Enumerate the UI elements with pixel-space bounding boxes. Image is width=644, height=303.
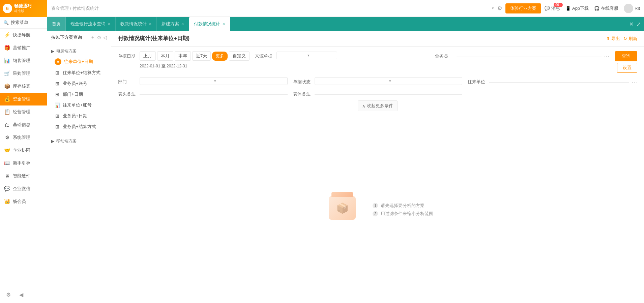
tab-close-new-plan[interactable]: ✕	[181, 22, 184, 26]
sidebar-item-operations[interactable]: 📋 经营管理	[0, 105, 47, 118]
sidebar-label-basic: 基础信息	[13, 122, 30, 128]
source-select[interactable]: ▾	[276, 52, 337, 59]
custom-date-btn[interactable]: 自定义	[229, 51, 250, 61]
tab-income-stats[interactable]: 收款情况统计✕	[116, 17, 157, 31]
tab-cash-flow[interactable]: 现金银行流水查询✕	[66, 17, 116, 31]
tab-payment-stats[interactable]: 付款情况统计✕	[189, 17, 230, 31]
sidebar-item-quick-nav[interactable]: ⚡ 快捷导航	[0, 29, 47, 41]
sidebar-nav: ⚡ 快捷导航 🎁 营销推广 📊 销售管理 🛒 采购管理 📦 库存核算 💰 资金管…	[0, 29, 47, 286]
refresh-btn[interactable]: ↻ 刷新	[623, 36, 637, 42]
tab-close-cash-flow[interactable]: ✕	[108, 22, 111, 26]
message-btn[interactable]: 💬 消息 99+	[545, 5, 560, 11]
sidebar-item-basic[interactable]: 🗂 基础信息	[0, 118, 47, 131]
sidebar-label-wechat: 企业微信	[13, 186, 30, 192]
collapse-panel-icon[interactable]: ◁	[103, 35, 107, 40]
sidebar-item-member[interactable]: 👑 畅会员	[0, 195, 47, 208]
tab-home[interactable]: 首页	[47, 17, 66, 31]
tab-label-home: 首页	[52, 21, 61, 27]
tab-new-plan[interactable]: 新建方案✕	[157, 17, 189, 31]
plan-item-unit-account[interactable]: 📊 往来单位+账号	[47, 100, 111, 111]
plan-item-dept-date[interactable]: ⊞ 部门+日期	[47, 89, 111, 100]
purchase-icon: 🛒	[4, 70, 10, 77]
last-month-btn[interactable]: 上月	[140, 51, 156, 61]
sidebar-item-inventory[interactable]: 📦 库存核算	[0, 80, 47, 93]
online-service-btn[interactable]: 🎧 在线客服	[594, 5, 618, 11]
member-icon: 👑	[4, 199, 10, 205]
sidebar-label-sales: 销售管理	[13, 58, 30, 64]
last-7days-btn[interactable]: 近7天	[192, 51, 211, 61]
search-menu[interactable]: 🔍 搜索菜单	[0, 17, 47, 29]
this-year-btn[interactable]: 本年	[175, 51, 191, 61]
sidebar-item-marketing[interactable]: 🎁 营销推广	[0, 41, 47, 54]
trial-btn[interactable]: 体验行业方案	[505, 3, 541, 13]
query-btn[interactable]: 查询	[615, 51, 637, 61]
sidebar-item-wechat[interactable]: 💬 企业微信	[0, 182, 47, 195]
sidebar-item-system[interactable]: ⚙ 系统管理	[0, 131, 47, 144]
right-content: 付款情况统计(往来单位+日期) ⬆ 导出 ↻ 刷新 单	[111, 31, 644, 303]
this-month-btn[interactable]: 本月	[157, 51, 173, 61]
sidebar-label-inventory: 库存核算	[13, 83, 30, 89]
main-area: 资金管理 / 付款情况统计 ▾ ⚙ 体验行业方案 💬 消息 99+ 📱 App下…	[47, 0, 644, 303]
sidebar-item-purchase[interactable]: 🛒 采购管理	[0, 67, 47, 80]
sidebar-item-capital[interactable]: 💰 资金管理	[0, 93, 47, 105]
empty-box: 📦	[329, 196, 356, 220]
sidebar-item-guide[interactable]: 📖 新手引导	[0, 157, 47, 170]
left-panel-header: 按以下方案查询 ＋ ⊙ ◁	[47, 31, 111, 44]
collapse-conditions-btn[interactable]: ∧ 收起更多条件	[358, 100, 398, 111]
note-header-input[interactable]	[140, 92, 288, 95]
gear-icon[interactable]: ⚙	[497, 5, 502, 11]
source-chevron-icon: ▾	[308, 53, 334, 58]
unit-dots-btn[interactable]: ...	[632, 78, 637, 84]
source-label: 来源单据	[255, 51, 274, 59]
collapse-sidebar-btn[interactable]: ◀	[16, 290, 26, 300]
settings-display-btn[interactable]: 设置	[617, 63, 637, 73]
marketing-icon: 🎁	[4, 45, 10, 51]
add-plan-icon[interactable]: ＋	[90, 34, 95, 40]
date-buttons: 上月 本月 本年 近7天 更多 自定义	[140, 51, 250, 61]
empty-text: 1 请先选择要分析的方案 2 用过滤条件来缩小分析范围	[373, 203, 433, 217]
quick-nav-icon: ⚡	[4, 32, 10, 38]
tabs-bar: 首页现金银行流水查询✕收款情况统计✕新建方案✕付款情况统计✕ ✕ ⤢	[47, 17, 644, 31]
plan-item-unit-date[interactable]: ● 往来单位+日期	[47, 56, 111, 67]
plan-item-unit-settle[interactable]: ⊞ 往来单位+结算方式	[47, 67, 111, 78]
close-all-tabs-btn[interactable]: ✕	[629, 21, 634, 27]
avatar	[624, 4, 633, 13]
sidebar-item-enterprise[interactable]: 🤝 企业协同	[0, 144, 47, 157]
plan-item-staff-date[interactable]: ⊞ 业务员+日期	[47, 111, 111, 121]
staff-label: 业务员	[435, 51, 454, 59]
sidebar-label-enterprise: 企业协同	[13, 147, 30, 153]
empty-illustration: 📦	[322, 193, 362, 226]
topbar: 资金管理 / 付款情况统计 ▾ ⚙ 体验行业方案 💬 消息 99+ 📱 App下…	[47, 0, 644, 17]
collapse-icon: ∧	[362, 103, 365, 109]
expand-tabs-btn[interactable]: ⤢	[636, 21, 641, 27]
empty-state: 📦 1 请先选择要分析的方案 2 用过滤条件来缩小分析范围	[111, 116, 644, 303]
dept-select[interactable]: ▾	[140, 77, 288, 85]
app-download-btn[interactable]: 📱 App下载	[565, 5, 589, 11]
hardware-icon: 🖥	[4, 173, 10, 179]
more-date-btn[interactable]: 更多	[212, 52, 228, 61]
tab-close-income-stats[interactable]: ✕	[149, 22, 152, 26]
user-avatar[interactable]: Rit	[624, 4, 640, 13]
settings-footer-btn[interactable]: ⚙	[3, 290, 13, 300]
staff-dots-btn[interactable]: ...	[604, 52, 610, 58]
plan-label-staff-account: 业务员+账号	[63, 81, 87, 87]
filter-area: 单据日期 上月 本月 本年 近7天 更多 自定义 2022-01-01 至 20…	[111, 47, 644, 116]
section-title-电脑端方案[interactable]: ▶电脑端方案	[47, 46, 111, 56]
bill-status-select[interactable]: ▾	[315, 77, 463, 85]
sidebar-item-sales[interactable]: 📊 销售管理	[0, 54, 47, 67]
plan-label-unit-settle: 往来单位+结算方式	[63, 70, 100, 76]
sidebar-item-hardware[interactable]: 🖥 智能硬件	[0, 170, 47, 182]
note-body-input[interactable]	[315, 92, 463, 95]
staff-input[interactable]	[457, 54, 602, 57]
plan-item-staff-account[interactable]: ⊞ 业务员+账号	[47, 78, 111, 89]
dept-label: 部门	[118, 77, 137, 85]
plan-item-staff-settle[interactable]: ⊞ 业务员+结算方式	[47, 121, 111, 132]
settings-plan-icon[interactable]: ⊙	[97, 35, 101, 40]
section-title-移动端方案[interactable]: ▶移动端方案	[47, 136, 111, 146]
unit-input[interactable]	[489, 80, 629, 83]
export-btn[interactable]: ⬆ 导出	[606, 36, 620, 42]
tab-label-income-stats: 收款情况统计	[120, 21, 147, 27]
service-icon: 🎧	[594, 6, 599, 11]
content-area: 按以下方案查询 ＋ ⊙ ◁ ▶电脑端方案 ● 往来单位+日期 ⊞ 往来单位+结算…	[47, 31, 644, 303]
tab-close-payment-stats[interactable]: ✕	[222, 22, 225, 26]
